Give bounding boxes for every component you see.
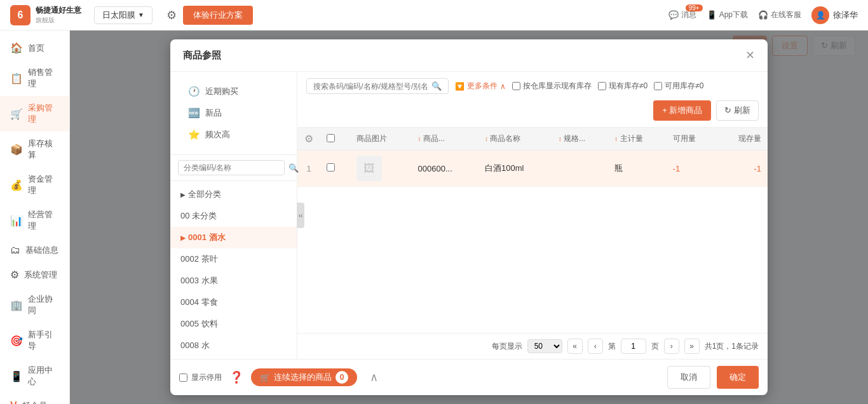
table-row[interactable]: 1 🖼 000600... 白酒100ml bbox=[297, 151, 768, 187]
sidebar-label-system: 系统管理 bbox=[24, 269, 57, 281]
sidebar-item-enterprise[interactable]: 🏢 企业协同 bbox=[0, 287, 69, 323]
filter-icon: 🔽 bbox=[455, 82, 465, 91]
cart-collapse-icon[interactable]: ∧ bbox=[370, 370, 378, 384]
search-icon[interactable]: 🔍 bbox=[431, 81, 442, 91]
cancel-btn[interactable]: 取消 bbox=[667, 366, 710, 389]
sidebar-item-sales[interactable]: 📋 销售管理 bbox=[0, 60, 69, 96]
col-name[interactable]: ↕ 商品名称 bbox=[478, 128, 552, 151]
category-0005[interactable]: 0005 饮料 bbox=[170, 313, 297, 335]
category-0001[interactable]: ▶ 0001 酒水 bbox=[170, 227, 297, 248]
modal-close-button[interactable]: ✕ bbox=[745, 48, 755, 62]
quick-item-frequent[interactable]: ⭐ 频次高 bbox=[178, 124, 289, 145]
sort-icon-spec: ↕ bbox=[559, 135, 562, 142]
col-image: 商品图片 bbox=[350, 128, 412, 151]
message-btn[interactable]: 💬 消息 99+ bbox=[668, 10, 696, 20]
user-menu[interactable]: 👤 徐泽华 bbox=[811, 6, 858, 24]
sidebar-label-enterprise: 企业协同 bbox=[28, 293, 59, 316]
trial-btn[interactable]: 体验行业方案 bbox=[183, 6, 253, 25]
quick-items-list: 🕐 近期购买 🆕 新品 ⭐ 频次高 bbox=[178, 78, 289, 148]
col-settings: ⚙ bbox=[297, 128, 320, 151]
sidebar-item-guide[interactable]: 🎯 新手引导 bbox=[0, 323, 69, 358]
available-stock-checkbox[interactable] bbox=[654, 82, 662, 90]
modal-right-panel: 🔍 🔽 更多条件 ∧ 按仓库显示现有库存 bbox=[297, 72, 768, 359]
toolbar-right: + 新增商品 ↻ 刷新 bbox=[653, 100, 759, 121]
product-table-body: 1 🖼 000600... 白酒100ml bbox=[297, 151, 768, 187]
col-name-label: 商品名称 bbox=[490, 134, 520, 143]
sidebar-item-basics[interactable]: 🗂 基础信息 bbox=[0, 238, 69, 262]
last-page-btn[interactable]: » bbox=[684, 339, 700, 354]
chevron-down-icon: ▼ bbox=[138, 11, 144, 18]
quick-item-recent[interactable]: 🕐 近期购买 bbox=[178, 81, 289, 102]
category-all[interactable]: ▶ 全部分类 bbox=[170, 184, 297, 205]
sort-icon-code: ↕ bbox=[418, 135, 421, 142]
finance-icon: 💰 bbox=[10, 179, 23, 191]
cart-btn[interactable]: 🛒 连续选择的商品 0 bbox=[251, 368, 357, 386]
check-available-stock: 可用库存≠0 bbox=[654, 81, 703, 91]
sidebar-label-sales: 销售管理 bbox=[28, 67, 59, 90]
prev-page-btn[interactable]: ‹ bbox=[588, 339, 603, 354]
available-stock-label: 可用库存≠0 bbox=[665, 81, 703, 91]
category-0008[interactable]: 0008 水 bbox=[170, 335, 297, 356]
sidebar-item-inventory[interactable]: 📦 库存核算 bbox=[0, 131, 69, 167]
column-settings-icon[interactable]: ⚙ bbox=[304, 133, 313, 144]
content-area: 查询 设置 ↻ 刷新 商品参照 ✕ bbox=[70, 30, 868, 404]
col-code[interactable]: ↕ 商品... bbox=[412, 128, 478, 151]
sidebar-item-system[interactable]: ⚙ 系统管理 bbox=[0, 262, 69, 287]
col-spec[interactable]: ↕ 规格... bbox=[552, 128, 609, 151]
page-number-input[interactable] bbox=[621, 339, 646, 354]
total-label: 共1页，1条记录 bbox=[705, 341, 759, 352]
sidebar-item-finance[interactable]: 💰 资金管理 bbox=[0, 167, 69, 203]
category-search-input[interactable] bbox=[178, 160, 285, 175]
col-code-label: 商品... bbox=[423, 134, 445, 143]
collapse-btn[interactable]: ‹‹ bbox=[297, 203, 304, 228]
page-label: 第 bbox=[608, 341, 616, 352]
category-0010[interactable]: 0010 家电 bbox=[170, 356, 297, 359]
sidebar: 🏠 首页 📋 销售管理 🛒 采购管理 📦 库存核算 💰 资金管理 📊 经营管理 … bbox=[0, 30, 70, 404]
cat0004-label: 0004 零食 bbox=[180, 297, 218, 308]
category-0004[interactable]: 0004 零食 bbox=[170, 292, 297, 313]
col-unit[interactable]: ↕ 主计量 bbox=[608, 128, 666, 151]
product-search-input[interactable] bbox=[313, 82, 428, 91]
store-selector[interactable]: 日太阳膜 ▼ bbox=[94, 6, 153, 24]
refresh-btn[interactable]: ↻ 刷新 bbox=[716, 100, 759, 121]
category-search-icon[interactable]: 🔍 bbox=[288, 163, 299, 173]
row-checkbox[interactable] bbox=[327, 163, 335, 172]
sidebar-item-member[interactable]: V 畅会员 bbox=[0, 394, 69, 404]
sidebar-label-finance: 资金管理 bbox=[28, 173, 59, 196]
col-stock: 现存量 bbox=[717, 128, 768, 151]
sidebar-item-home[interactable]: 🏠 首页 bbox=[0, 36, 69, 60]
warehouse-stock-label: 按仓库显示现有库存 bbox=[523, 81, 592, 91]
settings-icon-btn[interactable]: ⚙ bbox=[160, 4, 183, 27]
sidebar-item-apps[interactable]: 📱 应用中心 bbox=[0, 358, 69, 394]
check-current-stock: 现有库存≠0 bbox=[598, 81, 648, 91]
row-img-cell: 🖼 bbox=[350, 151, 412, 187]
product-table: ⚙ 商品图片 bbox=[297, 128, 768, 187]
row-spec-cell bbox=[552, 151, 609, 187]
current-stock-checkbox[interactable] bbox=[598, 82, 606, 90]
help-icon[interactable]: ❓ bbox=[229, 370, 243, 384]
app-download-btn[interactable]: 📱 App下载 bbox=[707, 10, 748, 20]
category-00[interactable]: 00 未分类 bbox=[170, 205, 297, 227]
more-filter-btn[interactable]: 🔽 更多条件 ∧ bbox=[455, 81, 506, 91]
display-disabled-checkbox[interactable] bbox=[179, 374, 187, 382]
confirm-btn[interactable]: 确定 bbox=[717, 366, 759, 389]
add-product-btn[interactable]: + 新增商品 bbox=[653, 100, 711, 121]
modal-toolbar: 🔍 🔽 更多条件 ∧ 按仓库显示现有库存 bbox=[297, 72, 768, 128]
sales-icon: 📋 bbox=[10, 72, 23, 84]
category-0003[interactable]: 0003 水果 bbox=[170, 270, 297, 292]
display-disabled-area: 显示停用 bbox=[179, 372, 222, 383]
per-page-select[interactable]: 20 50 100 bbox=[527, 339, 562, 353]
sidebar-item-purchase[interactable]: 🛒 采购管理 bbox=[0, 96, 69, 131]
sidebar-item-operations[interactable]: 📊 经营管理 bbox=[0, 203, 69, 238]
new-icon: 🆕 bbox=[188, 107, 200, 119]
product-thumbnail: 🖼 bbox=[356, 156, 382, 181]
select-all-checkbox[interactable] bbox=[327, 134, 335, 142]
online-service-btn[interactable]: 🎧 在线客服 bbox=[758, 10, 801, 20]
warehouse-stock-checkbox[interactable] bbox=[512, 82, 520, 90]
category-0002[interactable]: 0002 茶叶 bbox=[170, 248, 297, 270]
logo-icon: 6 bbox=[10, 5, 31, 25]
next-page-btn[interactable]: › bbox=[664, 339, 679, 354]
modal-overlay: 商品参照 ✕ 🕐 近期购买 bbox=[70, 30, 868, 404]
quick-item-new[interactable]: 🆕 新品 bbox=[178, 102, 289, 124]
first-page-btn[interactable]: « bbox=[567, 339, 583, 354]
